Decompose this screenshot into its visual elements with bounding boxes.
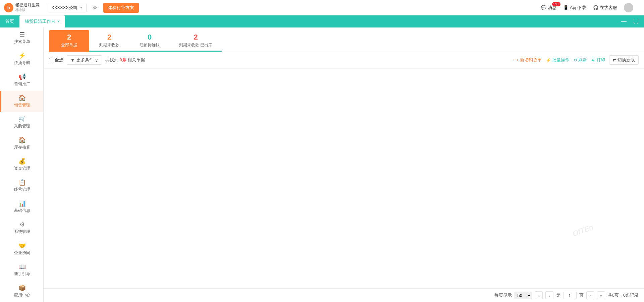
logo-icon: b bbox=[4, 3, 13, 12]
add-sales-order-button[interactable]: + + 新增销货单 bbox=[513, 57, 542, 63]
sidebar-item-sales[interactable]: 🏠 销售管理 bbox=[0, 91, 43, 112]
experience-button[interactable]: 体验行业方案 bbox=[103, 3, 139, 13]
sidebar-item-label: 系统管理 bbox=[14, 229, 30, 235]
sidebar-item-label: 快捷导航 bbox=[14, 60, 30, 66]
minimize-icon: — bbox=[621, 18, 627, 24]
stats-label-wangwang: 旺辅待确认 bbox=[140, 42, 160, 48]
batch-operation-button[interactable]: ⚡ 批量操作 bbox=[546, 57, 570, 63]
company-arrow-icon: ▼ bbox=[79, 6, 83, 9]
per-page-select[interactable]: 50 100 200 bbox=[515, 292, 532, 299]
refresh-icon: ↺ bbox=[574, 58, 577, 63]
stats-tabs: 2 全部单据 2 到期未收款 0 旺辅待确认 2 到期未收款 已出库 bbox=[44, 27, 644, 52]
page-label: 第 bbox=[556, 292, 560, 298]
filter-button[interactable]: ▼ 更多条件 ∨ bbox=[67, 55, 102, 65]
tab-cashflow[interactable]: 钱货日清工作台 × bbox=[19, 15, 65, 27]
sidebar-item-quick-nav[interactable]: ⚡ 快捷导航 bbox=[0, 49, 43, 70]
stats-tab-shipped[interactable]: 2 到期未收款 已出库 bbox=[170, 30, 222, 52]
service-label: 在线客服 bbox=[600, 5, 617, 11]
app-download-button[interactable]: 📱 App下载 bbox=[563, 5, 586, 11]
sidebar-item-label: 应用中心 bbox=[14, 292, 30, 298]
search-menu-icon: ☰ bbox=[19, 32, 25, 38]
switch-icon: ⇄ bbox=[613, 58, 616, 63]
sidebar-item-label: 采购管理 bbox=[14, 123, 30, 129]
system-icon: ⚙ bbox=[19, 222, 25, 228]
select-all-input[interactable] bbox=[49, 58, 53, 62]
avatar[interactable] bbox=[624, 3, 633, 12]
sidebar-item-inventory[interactable]: 🏠 库存核算 bbox=[0, 133, 43, 154]
stats-tab-wangwang[interactable]: 0 旺辅待确认 bbox=[129, 30, 170, 52]
tab-home[interactable]: 首页 bbox=[0, 15, 19, 27]
sidebar-item-cooperation[interactable]: 🤝 企业协同 bbox=[0, 239, 43, 260]
sidebar-item-finance[interactable]: 💰 资金管理 bbox=[0, 154, 43, 175]
headset-icon: 🎧 bbox=[593, 5, 598, 10]
quick-nav-icon: ⚡ bbox=[18, 53, 26, 59]
sidebar-item-label: 搜索菜单 bbox=[14, 39, 30, 45]
marketing-icon: 📢 bbox=[18, 74, 26, 80]
stats-num-overdue: 2 bbox=[107, 33, 111, 42]
sidebar-item-purchase[interactable]: 🛒 采购管理 bbox=[0, 112, 43, 133]
last-page-icon: » bbox=[600, 293, 602, 298]
refresh-label: 刷新 bbox=[578, 57, 587, 63]
main-layout: ☰ 搜索菜单 ⚡ 快捷导航 📢 营销推广 🏠 销售管理 🛒 采购管理 🏠 库存核… bbox=[0, 27, 644, 302]
first-page-icon: « bbox=[537, 293, 540, 298]
print-label: 打印 bbox=[596, 57, 605, 63]
sidebar-item-label: 基础信息 bbox=[14, 208, 30, 214]
stats-tab-all[interactable]: 2 全部单据 bbox=[49, 30, 89, 52]
filter-icon: ▼ bbox=[70, 58, 75, 63]
next-page-button[interactable]: › bbox=[586, 291, 594, 299]
page-input[interactable] bbox=[563, 292, 577, 299]
expand-icon: ⛶ bbox=[633, 18, 639, 24]
stats-label-all: 全部单据 bbox=[61, 42, 77, 48]
nav-tabs: 首页 钱货日清工作台 × — ⛶ bbox=[0, 15, 644, 27]
purchase-icon: 🛒 bbox=[18, 116, 26, 122]
next-page-icon: › bbox=[589, 293, 591, 298]
stats-tab-overdue[interactable]: 2 到期未收款 bbox=[89, 30, 129, 52]
sidebar-item-label: 销售管理 bbox=[14, 102, 30, 108]
message-badge: 99+ bbox=[552, 2, 560, 6]
message-button[interactable]: 💬 消息 99+ bbox=[541, 5, 556, 11]
inventory-icon: 🏠 bbox=[18, 137, 26, 143]
sidebar-item-operation[interactable]: 📋 经营管理 bbox=[0, 175, 43, 196]
settings-button[interactable]: ⚙ bbox=[90, 3, 100, 13]
basic-info-icon: 📊 bbox=[18, 200, 26, 206]
expand-tab-button[interactable]: ⛶ bbox=[631, 17, 641, 26]
minimize-tab-button[interactable]: — bbox=[619, 17, 629, 26]
prev-page-icon: ‹ bbox=[548, 293, 550, 298]
close-tab-icon[interactable]: × bbox=[57, 19, 60, 24]
company-selector[interactable]: XXXXXX公司 ▼ bbox=[48, 3, 87, 12]
select-all-checkbox[interactable]: 全选 bbox=[49, 57, 63, 63]
prev-page-button[interactable]: ‹ bbox=[545, 291, 553, 299]
sidebar-item-label: 资金管理 bbox=[14, 166, 30, 171]
stats-label-overdue: 到期未收款 bbox=[99, 42, 119, 48]
last-page-button[interactable]: » bbox=[597, 291, 605, 299]
batch-icon: ⚡ bbox=[546, 58, 551, 63]
refresh-button[interactable]: ↺ 刷新 bbox=[574, 57, 587, 63]
sidebar-item-basic-info[interactable]: 📊 基础信息 bbox=[0, 196, 43, 218]
cooperation-icon: 🤝 bbox=[18, 243, 26, 249]
found-text: 共找到 0条 相关单据 bbox=[105, 57, 145, 63]
sidebar-item-label: 营销推广 bbox=[14, 81, 30, 87]
sidebar-item-label: 库存核算 bbox=[14, 144, 30, 150]
tab-home-label: 首页 bbox=[5, 18, 14, 24]
switch-version-button[interactable]: ⇄ 切换新版 bbox=[609, 55, 639, 65]
company-name: XXXXXX公司 bbox=[51, 5, 77, 11]
sales-icon: 🏠 bbox=[18, 95, 26, 101]
content-area: 2 全部单据 2 到期未收款 0 旺辅待确认 2 到期未收款 已出库 全选 bbox=[44, 27, 644, 302]
sidebar-item-app-center[interactable]: 📦 应用中心 bbox=[0, 281, 43, 302]
add-icon: + bbox=[513, 58, 515, 63]
sidebar-item-system[interactable]: ⚙ 系统管理 bbox=[0, 218, 43, 239]
sidebar-item-search-menu[interactable]: ☰ 搜索菜单 bbox=[0, 27, 43, 49]
stats-num-wangwang: 0 bbox=[148, 33, 152, 42]
online-service-button[interactable]: 🎧 在线客服 bbox=[593, 5, 617, 11]
print-button[interactable]: 🖨 打印 bbox=[591, 57, 605, 63]
first-page-button[interactable]: « bbox=[535, 291, 543, 299]
stats-num-shipped: 2 bbox=[194, 33, 198, 42]
sidebar-item-guide[interactable]: 📖 新手引导 bbox=[0, 260, 43, 281]
phone-icon: 📱 bbox=[563, 5, 569, 10]
stats-label-shipped: 到期未收款 已出库 bbox=[179, 42, 212, 48]
message-icon: 💬 bbox=[541, 5, 546, 10]
stats-num-all: 2 bbox=[67, 33, 71, 42]
finance-icon: 💰 bbox=[18, 158, 26, 164]
sidebar-item-marketing[interactable]: 📢 营销推广 bbox=[0, 70, 43, 91]
logo-subtitle: 标准版 bbox=[15, 8, 40, 12]
